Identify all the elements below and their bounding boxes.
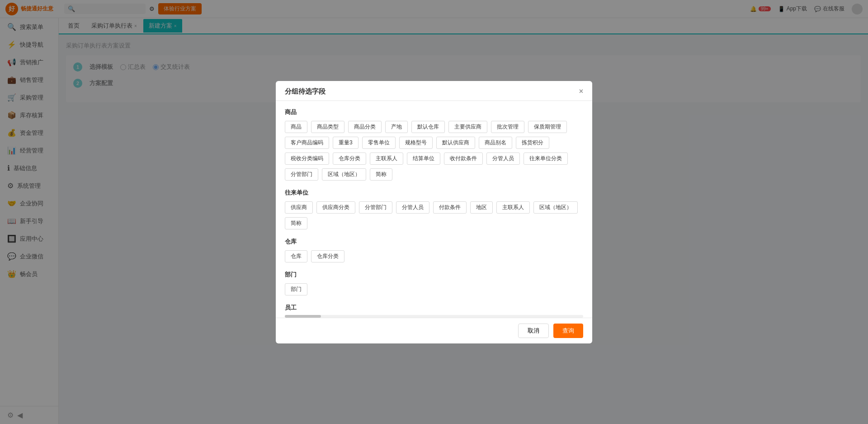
section-partner: 往来单位 供应商 供应商分类 分管部门 分管人员 付款条件 地区 主联系人 区域… — [285, 189, 583, 229]
field-tag-payment-cond[interactable]: 付款条件 — [433, 201, 467, 214]
section-employee-title: 员工 — [285, 304, 583, 312]
confirm-button[interactable]: 查询 — [553, 324, 583, 338]
modal-body: 商品 商品 商品类型 商品分类 产地 默认仓库 主要供应商 批次管理 保质期管理… — [276, 101, 592, 315]
field-tag-region2[interactable]: 区域（地区） — [533, 201, 578, 214]
section-dept-title: 部门 — [285, 271, 583, 279]
field-tag-dept[interactable]: 分管部门 — [285, 168, 318, 181]
field-tag-product-type[interactable]: 商品类型 — [311, 121, 344, 133]
modal-overlay: 分组待选字段 × 商品 商品 商品类型 商品分类 产地 默认仓库 主要供应商 批… — [0, 0, 868, 424]
field-tag-origin[interactable]: 产地 — [385, 121, 408, 133]
field-tag-partner-supervisor[interactable]: 分管人员 — [396, 201, 429, 214]
field-tag-warehouse[interactable]: 仓库 — [285, 250, 307, 262]
modal-footer: 取消 查询 — [276, 318, 592, 343]
modal-header: 分组待选字段 × — [276, 81, 592, 101]
field-tag-default-warehouse[interactable]: 默认仓库 — [411, 121, 445, 133]
field-tag-spec-model[interactable]: 规格型号 — [399, 137, 433, 149]
modal-horizontal-scrollbar[interactable] — [285, 315, 583, 318]
field-tag-retail-unit[interactable]: 零售单位 — [362, 137, 396, 149]
field-tag-product[interactable]: 商品 — [285, 121, 307, 133]
field-tag-main-supplier[interactable]: 主要供应商 — [448, 121, 487, 133]
field-tag-supervisor[interactable]: 分管人员 — [486, 152, 520, 165]
field-tag-batch-mgmt[interactable]: 批次管理 — [491, 121, 524, 133]
field-select-modal: 分组待选字段 × 商品 商品 商品类型 商品分类 产地 默认仓库 主要供应商 批… — [276, 81, 592, 343]
field-tag-abbr[interactable]: 简称 — [370, 168, 392, 181]
section-dept: 部门 部门 — [285, 271, 583, 295]
field-tag-payment-terms[interactable]: 收付款条件 — [444, 152, 483, 165]
field-tag-main-contact[interactable]: 主联系人 — [370, 152, 403, 165]
field-tag-warehouse-category[interactable]: 仓库分类 — [333, 152, 366, 165]
modal-title: 分组待选字段 — [285, 87, 326, 96]
section-partner-title: 往来单位 — [285, 189, 583, 197]
field-tag-region[interactable]: 区域（地区） — [322, 168, 366, 181]
field-tag-pick-points[interactable]: 拣货积分 — [516, 137, 549, 149]
field-tag-product-category[interactable]: 商品分类 — [348, 121, 382, 133]
field-tag-abbr2[interactable]: 简称 — [285, 217, 307, 229]
field-tag-warehouse-cat[interactable]: 仓库分类 — [311, 250, 344, 262]
warehouse-field-tags: 仓库 仓库分类 — [285, 250, 583, 262]
horizontal-scroll-thumb — [285, 315, 321, 318]
partner-field-tags: 供应商 供应商分类 分管部门 分管人员 付款条件 地区 主联系人 区域（地区） … — [285, 201, 583, 229]
product-field-tags: 商品 商品类型 商品分类 产地 默认仓库 主要供应商 批次管理 保质期管理 客户… — [285, 121, 583, 181]
field-tag-partner-category[interactable]: 往来单位分类 — [524, 152, 568, 165]
field-tag-supplier-category[interactable]: 供应商分类 — [316, 201, 355, 214]
field-tag-product-alias[interactable]: 商品别名 — [479, 137, 512, 149]
section-employee: 员工 业务员 — [285, 304, 583, 315]
field-tag-main-contact2[interactable]: 主联系人 — [496, 201, 530, 214]
field-tag-partner-dept[interactable]: 分管部门 — [359, 201, 392, 214]
field-tag-settlement-unit[interactable]: 结算单位 — [407, 152, 440, 165]
section-product-title: 商品 — [285, 108, 583, 116]
cancel-button[interactable]: 取消 — [518, 324, 549, 338]
field-tag-default-supplier[interactable]: 默认供应商 — [436, 137, 475, 149]
field-tag-weight3[interactable]: 重量3 — [333, 137, 359, 149]
field-tag-shelf-life[interactable]: 保质期管理 — [528, 121, 567, 133]
modal-close-button[interactable]: × — [579, 87, 583, 95]
field-tag-supplier[interactable]: 供应商 — [285, 201, 313, 214]
field-tag-area[interactable]: 地区 — [470, 201, 493, 214]
field-tag-tax-code[interactable]: 税收分类编码 — [285, 152, 329, 165]
field-tag-department[interactable]: 部门 — [285, 283, 307, 295]
section-warehouse: 仓库 仓库 仓库分类 — [285, 238, 583, 262]
dept-field-tags: 部门 — [285, 283, 583, 295]
section-product: 商品 商品 商品类型 商品分类 产地 默认仓库 主要供应商 批次管理 保质期管理… — [285, 108, 583, 181]
section-warehouse-title: 仓库 — [285, 238, 583, 246]
field-tag-customer-code[interactable]: 客户商品编码 — [285, 137, 329, 149]
